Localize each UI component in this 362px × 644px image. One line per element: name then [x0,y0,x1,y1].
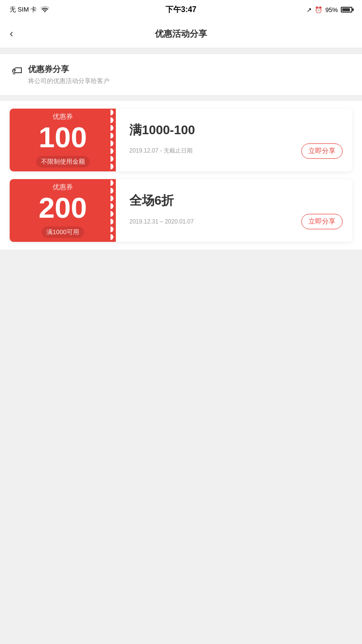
coupon-left-2: 优惠券 200 满1000可用 [10,179,116,242]
coupons-list: 优惠券 100 不限制使用金额 满1000-100 2019.12.07 - 无… [0,101,362,250]
nav-title: 优惠活动分享 [155,28,207,40]
back-button[interactable]: ‹ [10,28,13,39]
coupon-footer-2: 2019.12.31 – 2020.01.07 立即分享 [129,214,343,229]
coupon-share-icon: 🏷 [12,65,22,77]
bottom-area [0,250,362,467]
coupon-right-1: 满1000-100 2019.12.07 - 无截止日期 立即分享 [116,109,352,171]
coupon-card-1: 优惠券 100 不限制使用金额 满1000-100 2019.12.07 - 无… [10,109,352,171]
status-left: 无 SIM 卡 [10,5,49,14]
alarm-icon: ⏰ [315,6,322,14]
coupon-date-2: 2019.12.31 – 2020.01.07 [129,218,297,225]
coupon-share-button-1[interactable]: 立即分享 [301,143,343,159]
battery-percent: 95% [325,6,338,14]
coupon-label-2: 优惠券 [53,183,73,192]
nav-bar: ‹ 优惠活动分享 [0,19,362,48]
coupon-share-button-2[interactable]: 立即分享 [301,214,343,229]
coupon-left-1: 优惠券 100 不限制使用金额 [10,109,116,171]
coupon-amount-1: 100 [39,123,87,152]
coupon-condition-2: 满1000可用 [42,226,84,238]
coupon-date-1: 2019.12.07 - 无截止日期 [129,147,297,155]
coupon-footer-1: 2019.12.07 - 无截止日期 立即分享 [129,143,343,159]
status-time: 下午3:47 [166,5,196,15]
coupon-amount-2: 200 [39,194,87,223]
section-subtitle: 将公司的优惠活动分享给客户 [28,77,110,85]
coupon-label-1: 优惠券 [53,112,73,121]
carrier-text: 无 SIM 卡 [10,5,37,14]
status-right: ↗ ⏰ 95% [306,6,352,14]
coupon-right-2: 全场6折 2019.12.31 – 2020.01.07 立即分享 [116,179,352,242]
wifi-icon [41,6,49,14]
location-icon: ↗ [306,6,312,14]
section-title: 优惠券分享 [28,64,110,75]
section-header: 🏷 优惠券分享 将公司的优惠活动分享给客户 [0,54,362,95]
status-bar: 无 SIM 卡 下午3:47 ↗ ⏰ 95% [0,0,362,19]
coupon-title-2: 全场6折 [129,192,343,209]
section-text: 优惠券分享 将公司的优惠活动分享给客户 [28,64,110,85]
battery-icon [341,7,352,13]
coupon-condition-1: 不限制使用金额 [36,156,90,168]
coupon-title-1: 满1000-100 [129,122,343,139]
coupon-card-2: 优惠券 200 满1000可用 全场6折 2019.12.31 – 2020.0… [10,179,352,242]
